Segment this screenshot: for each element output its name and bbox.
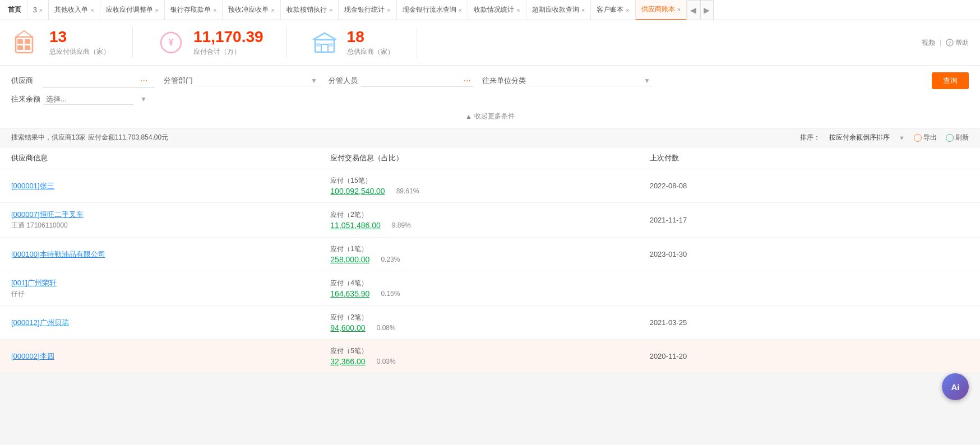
supplier-link-000001[interactable]: [000001]张三 (11, 181, 330, 191)
sort-arrow-icon[interactable]: ▼ (899, 135, 905, 141)
supplier-sub-001: 仔仔 (11, 289, 330, 299)
supplier-code-000001: [000001] (11, 182, 40, 190)
category-filter-arrow[interactable]: ▼ (644, 77, 650, 85)
refresh-button[interactable]: 刷新 (946, 133, 969, 142)
last-pay-1: 2022-08-08 (650, 182, 687, 190)
svg-rect-4 (25, 45, 30, 50)
supplier-code-000002: [000002] (11, 352, 40, 360)
nav-tab-3[interactable]: 3 × (27, 0, 49, 20)
video-link[interactable]: 视频 (922, 38, 935, 48)
tx-amount-6[interactable]: 32,366.00 (330, 357, 365, 366)
collapse-icon: ▲ (465, 113, 472, 120)
supplier-link-000007[interactable]: [000007]恒旺二手叉车 (11, 210, 330, 220)
dept-filter-arrow[interactable]: ▼ (311, 77, 317, 85)
header-tx-info: 应付交易信息（占比） (330, 153, 649, 163)
nav-tab-home[interactable]: 首页 (2, 0, 27, 20)
stat-suppliers-text: 18 总供应商（家） (347, 29, 394, 57)
person-filter-dots[interactable]: ··· (464, 76, 471, 85)
balance-filter-arrow[interactable]: ▼ (140, 95, 147, 103)
category-filter-input[interactable] (531, 76, 644, 85)
nav-arrow-left[interactable]: ◀ (687, 0, 700, 20)
supplier-info-cell: [000100]本特勒油品有限公司 (11, 249, 330, 259)
supplier-icon (11, 27, 43, 58)
tab-overdue-label: 超期应收款查询 (532, 5, 579, 15)
export-button[interactable]: 导出 (914, 133, 937, 142)
query-button[interactable]: 查询 (932, 72, 969, 89)
stat-payable-label: 总应付供应商（家） (49, 47, 110, 57)
supplier-filter-input[interactable] (45, 75, 140, 86)
stat-total-text: 11,170.39 应付合计（万） (193, 29, 264, 57)
help-link[interactable]: ? 帮助 (946, 38, 969, 48)
refresh-label: 刷新 (955, 133, 969, 142)
nav-tab-ar-adjust[interactable]: 应收应付调整单 × (100, 0, 165, 20)
filter-person: 分管人员 ··· (329, 75, 473, 87)
home-label: 首页 (8, 5, 21, 15)
svg-rect-2 (25, 39, 30, 44)
result-bar: 搜索结果中，供应商13家 应付金额111,703,854.00元 排序： 按应付… (0, 128, 980, 147)
tx-amount-5[interactable]: 94,600.00 (330, 323, 365, 332)
tx-pct-4: 0.15% (381, 290, 400, 298)
nav-tab-cash-flow[interactable]: 现金银行流水查询 × (397, 0, 468, 20)
top-navigation: 首页 3 × 其他收入单 × 应收应付调整单 × 银行存取款单 × 预收冲应收单… (0, 0, 980, 20)
person-filter-label: 分管人员 (329, 76, 358, 86)
tx-amount-3[interactable]: 258,000.00 (330, 255, 369, 264)
nav-tab-overdue[interactable]: 超期应收款查询 × (526, 0, 591, 20)
nav-tab-customer-ledger[interactable]: 客户账本 × (591, 0, 635, 20)
tab-prepay-label: 预收冲应收单 (228, 5, 269, 15)
tab-customer-ledger-label: 客户账本 (597, 5, 623, 15)
tx-amount-4[interactable]: 164,635.90 (330, 289, 369, 298)
nav-tab-collection[interactable]: 收款核销执行 × (281, 0, 339, 20)
supplier-link-000100[interactable]: [000100]本特勒油品有限公司 (11, 249, 330, 259)
nav-tab-prepay[interactable]: 预收冲应收单 × (223, 0, 280, 20)
collapse-button[interactable]: ▲ 收起更多条件 (11, 109, 969, 123)
export-label: 导出 (923, 133, 937, 142)
tx-pct-3: 0.23% (381, 256, 400, 263)
person-filter-input[interactable] (363, 76, 464, 85)
sort-value[interactable]: 按应付余额倒序排序 (829, 133, 890, 142)
tx-info-cell-5: 应付（2笔） 94,600.00 0.08% (330, 313, 649, 332)
tx-label-6: 应付（5笔） (330, 346, 649, 356)
tab-payment-stats-close[interactable]: × (516, 7, 520, 13)
tx-row-1: 100,092,540.00 89.61% (330, 187, 649, 196)
tab-other-income-close[interactable]: × (90, 7, 94, 13)
dept-filter-input[interactable] (198, 76, 311, 85)
filter-category: 往来单位分类 ▼ (482, 75, 653, 86)
supplier-link-000002[interactable]: [000002]李四 (11, 351, 330, 361)
tab-prepay-close[interactable]: × (271, 7, 274, 13)
tab-ar-adjust-close[interactable]: × (155, 7, 159, 13)
supplier-name-000012: 广州贝瑞 (40, 318, 69, 327)
tab-other-income-label: 其他收入单 (54, 5, 88, 15)
nav-tab-other-income[interactable]: 其他收入单 × (49, 0, 100, 20)
supplier-link-000012[interactable]: [000012]广州贝瑞 (11, 318, 330, 328)
tab-collection-label: 收款核销执行 (286, 5, 327, 15)
link-sep: | (940, 39, 941, 47)
tab-ar-adjust-label: 应收应付调整单 (106, 5, 153, 15)
tab-cash-stats-close[interactable]: × (387, 7, 390, 13)
tab-overdue-close[interactable]: × (581, 7, 585, 13)
tab-bank-deposit-label: 银行存取款单 (170, 5, 211, 15)
tx-amount-1[interactable]: 100,092,540.00 (330, 187, 385, 196)
tab-customer-ledger-close[interactable]: × (626, 7, 629, 13)
last-pay-6: 2020-11-20 (650, 352, 687, 360)
stat-total-value: 11,170.39 (193, 29, 264, 46)
nav-arrow-right[interactable]: ▶ (700, 0, 714, 20)
tx-pct-1: 89.61% (396, 187, 419, 195)
tab-collection-close[interactable]: × (329, 7, 332, 13)
store-icon (309, 27, 340, 58)
last-pay-cell-5: 2021-03-25 (650, 318, 969, 327)
tab-3-close[interactable]: × (39, 7, 43, 13)
stat-suppliers-label: 总供应商（家） (347, 47, 394, 57)
nav-tab-payment-stats[interactable]: 收款情况统计 × (468, 0, 526, 20)
balance-filter-input[interactable] (46, 95, 140, 103)
tab-supplier-ledger-close[interactable]: × (677, 6, 681, 13)
nav-tab-supplier-ledger[interactable]: 供应商账本 × (636, 0, 687, 20)
tab-bank-deposit-close[interactable]: × (213, 7, 216, 13)
tab-cash-flow-close[interactable]: × (459, 7, 462, 13)
tx-amount-2[interactable]: 11,051,486.00 (330, 221, 381, 230)
nav-tab-cash-stats[interactable]: 现金银行统计 × (339, 0, 396, 20)
svg-text:?: ? (948, 40, 951, 46)
supplier-info-cell: [000007]恒旺二手叉车 王通 17106110000 (11, 210, 330, 230)
supplier-filter-dots[interactable]: ··· (140, 76, 147, 85)
supplier-link-001[interactable]: [001]广州荣轩 (11, 278, 330, 288)
nav-tab-bank-deposit[interactable]: 银行存取款单 × (165, 0, 223, 20)
